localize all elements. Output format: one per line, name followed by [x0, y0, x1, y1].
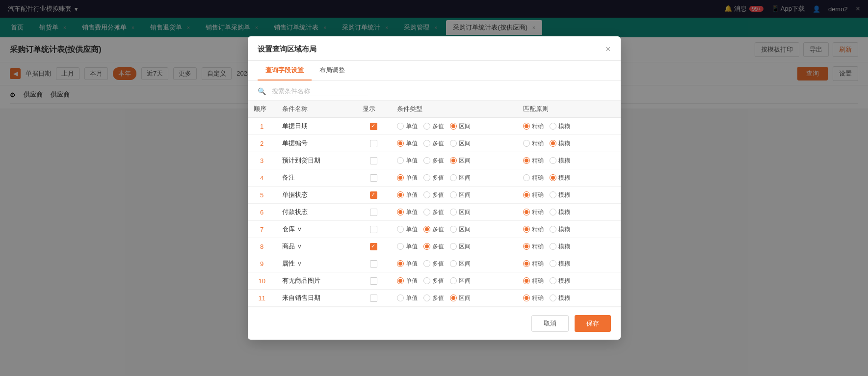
- show-checkbox[interactable]: [370, 226, 377, 233]
- match-radio-模糊[interactable]: 模糊: [550, 122, 570, 131]
- radio-label: 模糊: [558, 225, 570, 234]
- show-checkbox[interactable]: [370, 140, 377, 147]
- row-show-checkbox[interactable]: [357, 135, 391, 152]
- type-radio-单值[interactable]: 单值: [397, 174, 418, 182]
- match-radio-精确[interactable]: 精确: [523, 122, 544, 131]
- row-order: 6: [248, 204, 276, 221]
- radio-dot: [550, 226, 556, 233]
- dialog-close-btn[interactable]: ×: [605, 44, 611, 54]
- type-radio-区间[interactable]: 区间: [450, 294, 471, 302]
- tab-query-fields[interactable]: 查询字段设置: [258, 61, 312, 81]
- row-show-checkbox[interactable]: [357, 187, 391, 204]
- show-checkbox[interactable]: [370, 277, 377, 285]
- row-order: 10: [248, 272, 276, 290]
- type-radio-区间[interactable]: 区间: [450, 157, 471, 165]
- row-show-checkbox[interactable]: [357, 118, 391, 135]
- cancel-button[interactable]: 取消: [531, 315, 569, 332]
- radio-dot: [550, 123, 556, 130]
- match-radio-精确[interactable]: 精确: [523, 139, 544, 148]
- radio-label: 区间: [459, 191, 471, 199]
- match-radio-精确[interactable]: 精确: [523, 208, 544, 216]
- type-radio-区间[interactable]: 区间: [450, 174, 471, 182]
- match-radio-模糊[interactable]: 模糊: [550, 174, 570, 182]
- match-radio-模糊[interactable]: 模糊: [550, 225, 570, 234]
- radio-dot: [423, 226, 430, 233]
- show-checkbox[interactable]: [370, 243, 377, 250]
- match-radio-模糊[interactable]: 模糊: [550, 260, 570, 268]
- show-checkbox[interactable]: [370, 191, 377, 199]
- show-checkbox[interactable]: [370, 174, 377, 182]
- type-radio-区间[interactable]: 区间: [450, 260, 471, 268]
- row-show-checkbox[interactable]: [357, 290, 391, 307]
- match-radio-模糊[interactable]: 模糊: [550, 242, 570, 251]
- radio-dot: [450, 174, 457, 181]
- show-checkbox[interactable]: [370, 157, 377, 164]
- type-radio-区间[interactable]: 区间: [450, 139, 471, 148]
- show-checkbox[interactable]: [370, 260, 377, 268]
- type-radio-多值[interactable]: 多值: [423, 174, 444, 182]
- type-radio-区间[interactable]: 区间: [450, 208, 471, 216]
- row-type: 单值多值区间: [391, 221, 517, 238]
- match-radio-模糊[interactable]: 模糊: [550, 139, 570, 148]
- type-radio-多值[interactable]: 多值: [423, 139, 444, 148]
- match-radio-精确[interactable]: 精确: [523, 157, 544, 165]
- row-show-checkbox[interactable]: [357, 221, 391, 238]
- radio-dot: [423, 260, 430, 267]
- show-checkbox[interactable]: [370, 295, 377, 302]
- type-radio-多值[interactable]: 多值: [423, 277, 444, 285]
- show-checkbox[interactable]: [370, 123, 377, 130]
- row-show-checkbox[interactable]: [357, 255, 391, 272]
- type-radio-单值[interactable]: 单值: [397, 242, 418, 251]
- type-radio-多值[interactable]: 多值: [423, 225, 444, 234]
- match-radio-精确[interactable]: 精确: [523, 260, 544, 268]
- type-radio-多值[interactable]: 多值: [423, 260, 444, 268]
- match-radio-模糊[interactable]: 模糊: [550, 191, 570, 199]
- type-radio-区间[interactable]: 区间: [450, 191, 471, 199]
- row-show-checkbox[interactable]: [357, 204, 391, 221]
- match-radio-模糊[interactable]: 模糊: [550, 277, 570, 285]
- match-radio-模糊[interactable]: 模糊: [550, 208, 570, 216]
- radio-label: 精确: [532, 242, 544, 251]
- type-radio-单值[interactable]: 单值: [397, 260, 418, 268]
- row-show-checkbox[interactable]: [357, 272, 391, 290]
- type-radio-多值[interactable]: 多值: [423, 294, 444, 302]
- match-radio-精确[interactable]: 精确: [523, 191, 544, 199]
- save-button[interactable]: 保存: [575, 315, 611, 332]
- radio-label: 多值: [432, 225, 444, 234]
- type-radio-单值[interactable]: 单值: [397, 225, 418, 234]
- match-radio-精确[interactable]: 精确: [523, 225, 544, 234]
- radio-dot: [450, 243, 457, 250]
- type-radio-多值[interactable]: 多值: [423, 242, 444, 251]
- type-radio-多值[interactable]: 多值: [423, 208, 444, 216]
- type-radio-区间[interactable]: 区间: [450, 122, 471, 131]
- row-show-checkbox[interactable]: [357, 152, 391, 169]
- tab-layout-adjust[interactable]: 布局调整: [312, 61, 353, 81]
- match-radio-精确[interactable]: 精确: [523, 277, 544, 285]
- match-radio-精确[interactable]: 精确: [523, 174, 544, 182]
- type-radio-单值[interactable]: 单值: [397, 277, 418, 285]
- row-name: 有无商品图片: [276, 272, 357, 290]
- type-radio-区间[interactable]: 区间: [450, 242, 471, 251]
- type-radio-单值[interactable]: 单值: [397, 191, 418, 199]
- radio-dot: [523, 174, 530, 181]
- match-radio-模糊[interactable]: 模糊: [550, 157, 570, 165]
- row-show-checkbox[interactable]: [357, 169, 391, 187]
- row-order: 8: [248, 238, 276, 255]
- type-radio-单值[interactable]: 单值: [397, 208, 418, 216]
- type-radio-多值[interactable]: 多值: [423, 157, 444, 165]
- type-radio-单值[interactable]: 单值: [397, 139, 418, 148]
- match-radio-精确[interactable]: 精确: [523, 242, 544, 251]
- match-radio-模糊[interactable]: 模糊: [550, 294, 570, 302]
- type-radio-多值[interactable]: 多值: [423, 122, 444, 131]
- type-radio-区间[interactable]: 区间: [450, 225, 471, 234]
- type-radio-单值[interactable]: 单值: [397, 122, 418, 131]
- radio-label: 多值: [432, 174, 444, 182]
- type-radio-多值[interactable]: 多值: [423, 191, 444, 199]
- type-radio-单值[interactable]: 单值: [397, 294, 418, 302]
- row-show-checkbox[interactable]: [357, 238, 391, 255]
- search-input[interactable]: [270, 86, 368, 96]
- type-radio-区间[interactable]: 区间: [450, 277, 471, 285]
- match-radio-精确[interactable]: 精确: [523, 294, 544, 302]
- type-radio-单值[interactable]: 单值: [397, 157, 418, 165]
- show-checkbox[interactable]: [370, 209, 377, 216]
